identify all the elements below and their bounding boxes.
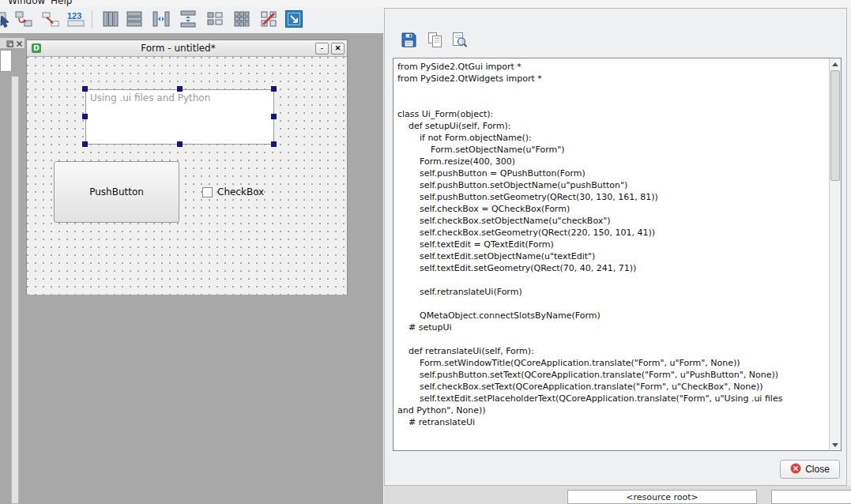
- scroll-up-icon[interactable]: [830, 58, 841, 70]
- layout-vertical-button[interactable]: [123, 9, 145, 31]
- break-layout-icon: [260, 10, 277, 30]
- widget-box-scrollbar[interactable]: [11, 76, 19, 504]
- checkbox-label: CheckBox: [217, 186, 264, 197]
- adjust-size-button[interactable]: [283, 9, 305, 31]
- code-line: Form.setWindowTitle(QCoreApplication.tra…: [397, 357, 827, 369]
- code-line: Form.resize(400, 300): [397, 156, 827, 167]
- selection-handle[interactable]: [82, 141, 88, 147]
- splitter-vertical-icon: [179, 10, 197, 30]
- mdi-area: D Form - untitled* - ✕ Using .ui files a…: [0, 33, 383, 504]
- code-line: Form.setObjectName(u"Form"): [397, 144, 827, 156]
- copy-icon: [427, 32, 443, 51]
- layout-horizontal-icon: [102, 10, 119, 30]
- code-line: from PySide2.QtGui import *: [397, 61, 827, 73]
- code-line: from PySide2.QtWidgets import *: [397, 73, 827, 85]
- menu-window[interactable]: Window: [8, 0, 45, 6]
- resource-side-panel[interactable]: [771, 490, 851, 504]
- code-line: [397, 333, 827, 345]
- code-preview-dialog: from PySide2.QtGui import *from PySide2.…: [384, 8, 847, 486]
- close-button[interactable]: Close: [780, 460, 840, 479]
- adjust-size-icon: [284, 9, 303, 31]
- scrollbar-thumb[interactable]: [830, 70, 840, 181]
- copy-button[interactable]: [424, 30, 446, 52]
- form-layout-icon: [206, 10, 224, 30]
- code-line: self.retranslateUi(Form): [397, 286, 827, 298]
- find-icon: [451, 32, 468, 51]
- checkbox-box-icon[interactable]: [202, 187, 213, 197]
- code-line: self.textEdit = QTextEdit(Form): [397, 239, 827, 250]
- save-button[interactable]: [397, 30, 420, 52]
- close-button-label: Close: [805, 464, 830, 475]
- selection-handle[interactable]: [177, 86, 183, 92]
- form-minimize-button[interactable]: -: [315, 43, 329, 55]
- code-line: [397, 85, 827, 96]
- resource-root-item[interactable]: <resource root>: [567, 490, 757, 504]
- selection-handle[interactable]: [271, 114, 277, 119]
- toolbar-separator: [92, 11, 92, 28]
- resource-browser-strip: <resource root>: [384, 486, 851, 504]
- form-window-titlebar[interactable]: D Form - untitled* - ✕: [27, 40, 347, 57]
- code-line: if not Form.objectName():: [397, 132, 827, 144]
- layout-vertical-icon: [126, 10, 143, 30]
- dock-titlebar: [0, 38, 24, 48]
- form-canvas[interactable]: Using .ui files and Python PushButton Ch…: [27, 57, 347, 295]
- grid-layout-icon: [233, 10, 250, 30]
- selection-handle[interactable]: [271, 86, 277, 92]
- code-line: self.checkBox = QCheckBox(Form): [397, 203, 827, 215]
- signal-slot-icon: [15, 10, 32, 30]
- code-line: class Ui_Form(object):: [397, 108, 827, 120]
- code-line: def setupUi(self, Form):: [397, 120, 827, 132]
- edit-tab-order-button[interactable]: 123: [65, 9, 87, 31]
- code-line: [397, 298, 827, 310]
- layout-grid-button[interactable]: [231, 9, 253, 31]
- checkbox-widget[interactable]: CheckBox: [202, 182, 264, 202]
- textedit-widget[interactable]: Using .ui files and Python: [85, 89, 274, 145]
- form-editor-window: D Form - untitled* - ✕ Using .ui files a…: [26, 39, 348, 295]
- layout-horizontal-button[interactable]: [100, 9, 122, 31]
- scroll-down-icon[interactable]: [830, 439, 841, 450]
- save-icon: [401, 32, 417, 51]
- code-line: and Python", None)): [397, 404, 827, 416]
- code-line: self.textEdit.setGeometry(QRect(70, 40, …: [397, 262, 827, 274]
- pushbutton-widget[interactable]: PushButton: [54, 161, 179, 223]
- close-red-icon: [790, 463, 801, 476]
- selection-handle[interactable]: [271, 141, 277, 147]
- main-toolbar: 123: [0, 7, 383, 33]
- selection-handle[interactable]: [82, 114, 88, 119]
- form-window-title: Form - untitled*: [41, 43, 315, 54]
- menu-help[interactable]: Help: [51, 0, 72, 6]
- code-line: self.textEdit.setObjectName(u"textEdit"): [397, 250, 827, 262]
- form-file-icon: D: [32, 43, 41, 53]
- break-layout-button[interactable]: [258, 9, 280, 31]
- selection-handle[interactable]: [177, 141, 183, 147]
- widget-box-filter-input[interactable]: [0, 50, 12, 72]
- dock-float-icon[interactable]: [6, 36, 13, 51]
- menubar: Window Help: [0, 0, 851, 7]
- layout-form-button[interactable]: [204, 9, 226, 31]
- layout-splitter-horizontal-button[interactable]: [150, 9, 172, 31]
- splitter-horizontal-icon: [153, 10, 170, 30]
- code-line: # retranslateUi: [397, 416, 827, 428]
- find-button[interactable]: [448, 30, 470, 52]
- code-line: self.checkBox.setText(QCoreApplication.t…: [397, 381, 827, 393]
- edit-widgets-icon: [0, 10, 12, 30]
- qt-designer-screen: Window Help 123: [0, 0, 851, 504]
- selection-handle[interactable]: [82, 86, 88, 92]
- layout-splitter-vertical-button[interactable]: [177, 9, 199, 31]
- dock-close-icon[interactable]: [16, 36, 23, 51]
- code-text[interactable]: from PySide2.QtGui import *from PySide2.…: [393, 58, 829, 450]
- edit-signals-slots-button[interactable]: [13, 9, 35, 31]
- form-close-button[interactable]: ✕: [331, 43, 345, 55]
- code-vertical-scrollbar[interactable]: [829, 58, 841, 450]
- code-line: self.textEdit.setPlaceholderText(QCoreAp…: [397, 393, 827, 404]
- code-line: QMetaObject.connectSlotsByName(Form): [397, 310, 827, 322]
- code-line: self.checkBox.setGeometry(QRect(220, 150…: [397, 227, 827, 239]
- resource-root-label: <resource root>: [626, 492, 698, 502]
- code-line: # setupUi: [397, 322, 827, 333]
- code-view[interactable]: from PySide2.QtGui import *from PySide2.…: [393, 58, 842, 451]
- edit-buddies-button[interactable]: [40, 9, 62, 31]
- code-line: self.checkBox.setObjectName(u"checkBox"): [397, 215, 827, 227]
- code-line: self.pushButton.setGeometry(QRect(30, 13…: [397, 191, 827, 203]
- tab-order-123-icon: 123: [66, 10, 85, 30]
- code-line: self.pushButton = QPushButton(Form): [397, 167, 827, 179]
